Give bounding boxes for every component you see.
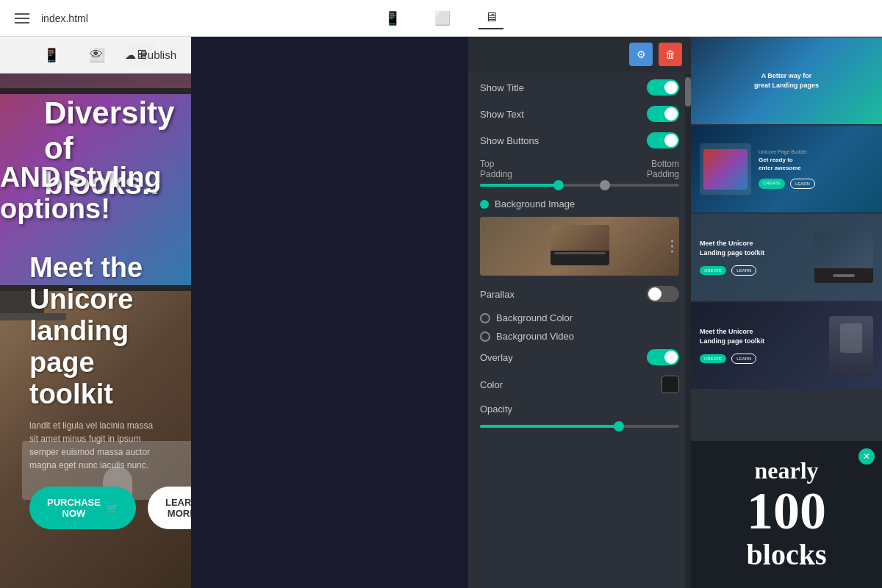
- close-overlay-button[interactable]: ✕: [858, 448, 875, 465]
- show-title-row: Show Title: [480, 79, 679, 96]
- show-buttons-toggle[interactable]: [647, 132, 679, 148]
- block-item-4[interactable]: Meet the UnicoreLanding page toolkit CRE…: [691, 302, 882, 390]
- main-preview-area: 📱 ⬜ 🖥 👁 ☁ Publish Diversity of blocks.. …: [0, 37, 191, 588]
- bg-image-dot: [480, 200, 489, 209]
- hero-text: landit et ligula vel lacinia massa sit a…: [29, 419, 162, 472]
- gear-button[interactable]: ⚙: [629, 43, 653, 66]
- scrollbar-thumb[interactable]: [685, 77, 691, 107]
- opacity-label: Opacity: [480, 404, 512, 415]
- padding-labels-row: TopPadding BottomPadding: [480, 159, 679, 179]
- bg-image-section: Background Image: [480, 198, 679, 276]
- purchase-button[interactable]: PURCHASE NOW 🛒: [29, 487, 136, 529]
- opacity-slider-track[interactable]: [480, 425, 679, 428]
- mobile-icon-top[interactable]: 📱: [379, 7, 406, 29]
- padding-section: TopPadding BottomPadding: [480, 159, 679, 187]
- color-swatch[interactable]: [662, 376, 679, 393]
- show-buttons-label: Show Buttons: [480, 135, 539, 146]
- block-3-btn1: CREATE: [700, 266, 726, 275]
- opacity-row: Opacity: [480, 404, 679, 415]
- overlay-row: Overlay: [480, 349, 679, 365]
- overlay-toggle[interactable]: [647, 349, 679, 365]
- bg-image-label-row: Background Image: [480, 198, 679, 209]
- padding-slider-track[interactable]: [480, 184, 679, 187]
- block-item-3[interactable]: Meet the UnicoreLanding page toolkit CRE…: [691, 214, 882, 302]
- publish-button[interactable]: ☁ Publish: [125, 49, 176, 62]
- delete-button[interactable]: 🗑: [659, 43, 682, 66]
- parallax-row: Parallax: [480, 286, 679, 302]
- color-label: Color: [480, 379, 503, 390]
- block-item-1[interactable]: A Better way forgreat Landing pages: [691, 37, 882, 126]
- top-padding-label: TopPadding: [480, 159, 512, 179]
- parallax-knob: [648, 287, 662, 301]
- blocks-word: blocks: [747, 537, 827, 572]
- settings-panel: ⚙ 🗑 Show Title Show Text Show Buttons: [468, 37, 691, 588]
- mobile-icon-inner[interactable]: 📱: [36, 43, 67, 68]
- bg-video-label: Background Video: [496, 331, 574, 342]
- bg-image-preview[interactable]: [480, 217, 679, 276]
- block-4-btn1: CREATE: [700, 354, 726, 363]
- panel-content: Show Title Show Text Show Buttons TopPad…: [468, 72, 691, 588]
- toggle-knob-2: [664, 107, 678, 121]
- parallax-toggle[interactable]: [647, 286, 679, 302]
- bottom-padding-thumb[interactable]: [600, 180, 610, 190]
- block-2-title: Get ready toenter awesome: [759, 157, 815, 172]
- show-text-label: Show Text: [480, 109, 524, 120]
- blocks-count: 100: [747, 484, 826, 537]
- hero-preview: Diversity of blocks.. AND Styling option…: [0, 74, 191, 588]
- hero-buttons: PURCHASE NOW 🛒 LEARN MORE ›: [29, 487, 162, 529]
- eye-icon[interactable]: 👁: [90, 47, 103, 62]
- toggle-knob-3: [664, 134, 678, 147]
- block-2-brand: Unicore Page Builder: [759, 149, 815, 154]
- bg-color-radio[interactable]: [480, 313, 490, 323]
- block-3-btn2: LEARN: [731, 265, 756, 276]
- learn-more-button[interactable]: LEARN MORE ›: [148, 487, 191, 529]
- panel-top-bar: ⚙ 🗑: [468, 37, 691, 72]
- cart-icon: 🛒: [107, 503, 118, 514]
- show-title-label: Show Title: [480, 82, 524, 93]
- bottom-padding-label: BottomPadding: [647, 159, 679, 179]
- block-4-btn2: LEARN: [731, 354, 756, 364]
- block-3-title: Meet the UnicoreLanding page toolkit: [700, 239, 807, 257]
- nearly-label: nearly: [754, 457, 818, 484]
- parallax-label: Parallax: [480, 289, 514, 300]
- nearly-100-overlay: ✕ nearly 100 blocks: [691, 441, 882, 588]
- top-padding-thumb[interactable]: [553, 180, 564, 190]
- show-text-row: Show Text: [480, 106, 679, 122]
- hero-title: Meet the Unicorelanding page toolkit: [29, 252, 162, 410]
- color-row: Color: [480, 376, 679, 393]
- bg-color-row[interactable]: Background Color: [480, 312, 679, 323]
- show-buttons-row: Show Buttons: [480, 132, 679, 148]
- bg-video-radio[interactable]: [480, 331, 490, 342]
- block-2-btn1: CREATE: [759, 179, 785, 189]
- show-title-toggle[interactable]: [647, 79, 679, 96]
- opacity-thumb[interactable]: [614, 421, 624, 431]
- cloud-icon: ☁: [125, 49, 136, 62]
- desktop-icon-top[interactable]: 🖥: [478, 7, 503, 29]
- hamburger-menu[interactable]: [15, 13, 29, 24]
- overlay-label: Overlay: [480, 352, 513, 363]
- block-4-title: Meet the UnicoreLanding page toolkit: [700, 327, 822, 345]
- hero-content: Meet the Unicorelanding page toolkit lan…: [0, 252, 191, 529]
- panel-scrollbar[interactable]: [685, 74, 691, 588]
- block-2-btn2: LEARN: [790, 179, 815, 189]
- top-toolbar: index.html 📱 ⬜ 🖥: [0, 0, 882, 37]
- show-text-toggle[interactable]: [647, 106, 679, 122]
- block-1-title: A Better way forgreat Landing pages: [754, 71, 819, 90]
- bg-image-label: Background Image: [495, 198, 575, 209]
- overlay-knob: [664, 351, 678, 364]
- toggle-knob: [664, 81, 678, 94]
- block-item-2[interactable]: Unicore Page Builder Get ready toenter a…: [691, 126, 882, 214]
- bg-color-label: Background Color: [496, 312, 573, 323]
- blocks-panel: Blocks A Better way forgreat Landing pag…: [691, 0, 882, 588]
- device-switcher-top: 📱 ⬜ 🖥: [379, 7, 503, 29]
- bg-video-row[interactable]: Background Video: [480, 331, 679, 342]
- tablet-icon-top[interactable]: ⬜: [429, 7, 456, 29]
- inner-toolbar: 📱 ⬜ 🖥 👁 ☁ Publish: [0, 37, 191, 74]
